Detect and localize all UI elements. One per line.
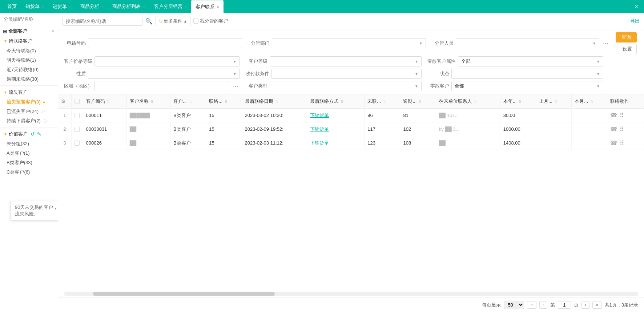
tab-sales[interactable]: 销货单 × bbox=[21, 0, 48, 13]
last-method-link-2[interactable]: 下销货单 bbox=[310, 140, 329, 146]
page-last-btn[interactable]: » bbox=[592, 301, 601, 309]
action-phone-0[interactable]: ☎ bbox=[610, 112, 617, 119]
last-method-link-1[interactable]: 下销货单 bbox=[310, 126, 329, 132]
nature-select[interactable]: ▼ bbox=[88, 69, 240, 79]
tab-customer-layer-close[interactable]: × bbox=[185, 4, 187, 9]
retail-cust-select[interactable]: 全部 ▼ bbox=[451, 81, 603, 91]
tab-purchase[interactable]: 进货单 × bbox=[48, 0, 76, 13]
cust-type-select[interactable]: ▼ bbox=[270, 81, 422, 91]
price-grade-select[interactable]: ▼ bbox=[94, 56, 240, 66]
sort-icon-code[interactable]: ⇅ bbox=[107, 100, 110, 104]
filter-search-icon[interactable]: 🔍 bbox=[145, 18, 153, 25]
sidebar-item-class-a[interactable]: A类客户(1) bbox=[0, 149, 58, 158]
sidebar-item-declining[interactable]: 持续下滑客户(2) ⓘ bbox=[0, 116, 58, 126]
close-all-button[interactable]: × bbox=[632, 3, 641, 10]
more-conditions-btn[interactable]: ▽ 更多条件 ▲ bbox=[156, 16, 190, 26]
sort-icon-type[interactable]: ⇅ bbox=[189, 100, 192, 104]
th-not-contacted: 未联... ⇅ bbox=[365, 94, 400, 109]
cust-grade-select[interactable]: ▼ bbox=[270, 56, 422, 66]
page-first-btn[interactable]: « bbox=[527, 301, 536, 309]
action-phone-2[interactable]: ☎ bbox=[610, 139, 617, 146]
export-button[interactable]: ↑ 导出 bbox=[627, 18, 640, 24]
manager-select[interactable]: ▼ bbox=[456, 38, 599, 48]
horizontal-scrollbar[interactable] bbox=[64, 292, 638, 296]
action-phone-1[interactable]: ☎ bbox=[610, 126, 617, 133]
region-label: 区域（地区） bbox=[64, 83, 92, 89]
filter-field-nature: 性质 ▼ bbox=[64, 69, 240, 79]
row-check-2[interactable] bbox=[75, 141, 80, 146]
tab-goods-analysis-list-close[interactable]: × bbox=[143, 4, 145, 9]
sidebar-group-pending[interactable]: ▼ 待联络客户 bbox=[0, 36, 58, 46]
refresh-icon[interactable]: ↺ bbox=[31, 131, 35, 137]
sidebar-item-tomorrow[interactable]: 明天待联络(1) bbox=[0, 56, 58, 65]
filter-search-input[interactable] bbox=[63, 17, 142, 26]
sort-icon-contact[interactable]: ⇅ bbox=[225, 100, 228, 104]
retail-attr-label: 零散客户属性 bbox=[427, 58, 456, 65]
class-a-label: A类客户(1) bbox=[7, 150, 30, 157]
action-more-2[interactable]: ⠿ bbox=[620, 139, 624, 146]
sidebar-group-value[interactable]: ▼ 价值客户 ↺ ✎ bbox=[0, 129, 58, 139]
tab-goods-analysis-close[interactable]: × bbox=[101, 4, 104, 9]
scrollbar-thumb[interactable] bbox=[93, 292, 275, 296]
sidebar-collapse-btn[interactable]: « bbox=[52, 29, 54, 34]
all-customers-header[interactable]: ⊞ 全部客户 « bbox=[0, 25, 58, 36]
sort-icon-last-date[interactable]: ⇅ bbox=[275, 100, 278, 104]
phone-input[interactable] bbox=[88, 38, 242, 48]
sidebar-search-input[interactable] bbox=[4, 16, 58, 22]
sidebar-item-class-b[interactable]: B类客户(33) bbox=[0, 158, 58, 167]
sidebar-item-churned[interactable]: 已流失客户(24) ⓘ bbox=[0, 107, 58, 116]
action-more-1[interactable]: ⠿ bbox=[620, 126, 624, 133]
tab-goods-analysis-list[interactable]: 商品分析列表 × bbox=[108, 0, 149, 13]
table-body: 1 000011 ██████ B类客户 15 2023-03-02 10:30… bbox=[58, 109, 644, 150]
tab-goods-analysis[interactable]: 商品分析 × bbox=[76, 0, 108, 13]
th-settings: ⚙ bbox=[58, 94, 71, 109]
settings-button[interactable]: 设置 bbox=[618, 44, 637, 54]
sidebar-item-week[interactable]: 近7天待联络(0) bbox=[0, 65, 58, 74]
tab-purchase-close[interactable]: × bbox=[69, 4, 71, 9]
filter-field-region: 区域（地区） ··· bbox=[64, 81, 240, 91]
page-prev-btn[interactable]: ‹ bbox=[539, 301, 547, 309]
cust-type-label: 客户类型 bbox=[246, 83, 267, 89]
page-label-pre: 第 bbox=[550, 302, 555, 308]
header-checkbox[interactable] bbox=[75, 99, 80, 104]
sidebar-item-churn-warning[interactable]: 流失预警客户(3) ● bbox=[0, 97, 58, 107]
row-check-0[interactable] bbox=[75, 113, 80, 118]
page-next-btn[interactable]: › bbox=[581, 301, 589, 309]
sidebar-item-overdue[interactable]: 逾期未联络(30) bbox=[0, 74, 58, 84]
dept-select[interactable]: ▼ bbox=[272, 38, 426, 48]
region-more-btn[interactable]: ··· bbox=[232, 82, 240, 90]
status-select[interactable]: ▼ bbox=[451, 69, 603, 79]
sort-icon-not-contacted[interactable]: ⇅ bbox=[383, 100, 386, 104]
sort-icon-this-month[interactable]: ⇅ bbox=[590, 100, 593, 104]
settings-col-icon[interactable]: ⚙ bbox=[61, 98, 66, 104]
tab-home[interactable]: 首页 bbox=[3, 0, 21, 13]
sort-icon-this-year[interactable]: ⇅ bbox=[519, 100, 522, 104]
manager-more-btn[interactable]: ··· bbox=[601, 40, 610, 47]
sidebar-item-class-c[interactable]: C类客户(6) bbox=[0, 167, 58, 177]
sort-icon-overdue[interactable]: ⇅ bbox=[419, 100, 422, 104]
my-customers-checkbox[interactable] bbox=[193, 19, 198, 24]
action-more-0[interactable]: ⠿ bbox=[620, 112, 624, 119]
sort-icon-contact-person[interactable]: ⇅ bbox=[474, 100, 477, 104]
region-select[interactable] bbox=[94, 81, 229, 91]
per-page-select[interactable]: 50 100 bbox=[504, 301, 524, 309]
sidebar-item-ungroup[interactable]: 未分组(32) bbox=[0, 139, 58, 149]
tab-sales-close[interactable]: × bbox=[42, 4, 44, 9]
payment-select[interactable]: ▼ bbox=[271, 69, 422, 79]
sort-icon-name[interactable]: ⇅ bbox=[150, 100, 153, 104]
row-check-1[interactable] bbox=[75, 127, 80, 132]
page-input[interactable] bbox=[558, 301, 571, 309]
retail-attr-select[interactable]: 全部 ▼ bbox=[458, 56, 603, 66]
last-method-link-0[interactable]: 下销货单 bbox=[310, 113, 329, 118]
sidebar-group-churn[interactable]: ▼ 流失客户 bbox=[0, 87, 58, 97]
edit-icon[interactable]: ✎ bbox=[37, 131, 41, 137]
tab-customer-layer[interactable]: 客户分层经营 × bbox=[150, 0, 191, 13]
sidebar-item-today[interactable]: 今天待联络(0) bbox=[0, 46, 58, 56]
tab-customer-contact[interactable]: 客户联系 × bbox=[191, 0, 223, 13]
sort-icon-last-month[interactable]: ⇅ bbox=[554, 100, 557, 104]
my-customers-toggle[interactable]: 我分管的客户 bbox=[193, 18, 228, 24]
sort-icon-last-method[interactable]: ⇅ bbox=[341, 100, 343, 104]
query-button[interactable]: 查询 bbox=[616, 32, 637, 42]
tab-customer-contact-close[interactable]: × bbox=[217, 5, 219, 9]
row-last-date-0: 2023-03-02 10:30: bbox=[242, 109, 307, 122]
